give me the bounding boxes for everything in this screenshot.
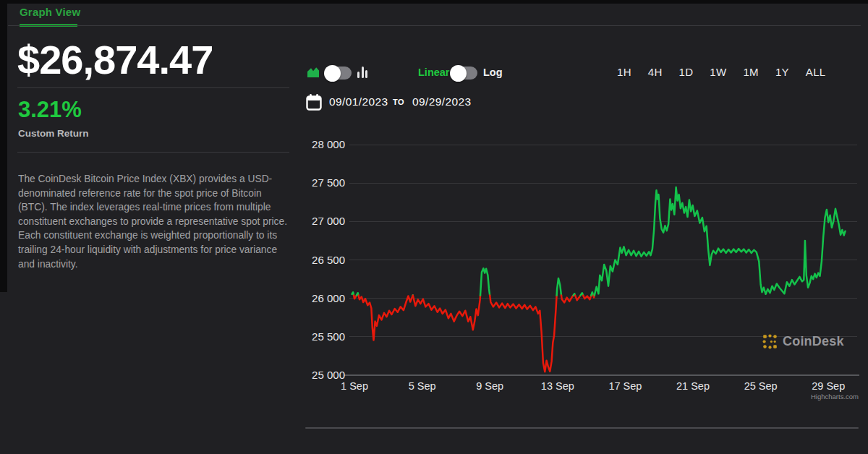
change-label: Custom Return — [18, 128, 89, 139]
date-range-separator: TO — [393, 98, 404, 106]
x-axis-label: 21 Sep — [676, 380, 710, 392]
tab-graph-view[interactable]: Graph View — [20, 6, 80, 19]
bar-chart-icon — [357, 66, 369, 79]
end-date-field[interactable]: 09/29/2023 — [412, 95, 472, 108]
scale-toggle[interactable] — [451, 67, 477, 80]
tabbar-divider — [8, 25, 861, 26]
price-chart[interactable]: 25 00025 50026 00026 50027 00027 50028 0… — [305, 134, 861, 412]
range-button-4h[interactable]: 4H — [648, 66, 663, 78]
x-axis-label: 9 Sep — [476, 380, 503, 392]
highcharts-credit[interactable]: Highcharts.com — [760, 393, 859, 401]
y-axis-label: 27 500 — [312, 176, 345, 189]
y-axis-label: 25 500 — [312, 330, 345, 343]
x-axis-label: 29 Sep — [812, 380, 845, 392]
coindesk-watermark: CoinDesk — [762, 333, 844, 350]
page-edge-left — [0, 0, 7, 292]
toggle-knob — [324, 65, 341, 82]
price-line-down-segment — [575, 296, 580, 301]
price-line-down-segment — [490, 296, 556, 372]
range-button-1m[interactable]: 1M — [743, 66, 758, 78]
range-button-1w[interactable]: 1W — [710, 66, 726, 78]
x-axis-label: 5 Sep — [409, 380, 436, 392]
price-line-down-segment — [413, 296, 480, 330]
y-axis-label: 25 000 — [312, 369, 345, 381]
price-chart-svg: 25 00025 50026 00026 50027 00027 50028 0… — [305, 134, 861, 412]
calendar-icon[interactable] — [306, 94, 322, 111]
price-line-down-segment — [561, 296, 574, 303]
y-axis-label: 26 500 — [312, 254, 345, 266]
page-edge-top — [0, 0, 868, 4]
price-line-down-segment — [359, 296, 413, 340]
price-line-up-segment — [480, 268, 490, 295]
price-line-up-segment — [557, 278, 561, 296]
coindesk-price-widget: Graph View $26,874.47 3.21% Custom Retur… — [0, 0, 868, 454]
area-chart-icon — [306, 65, 320, 80]
y-axis-label: 28 000 — [312, 138, 345, 150]
scale-log-label[interactable]: Log — [483, 67, 503, 78]
y-axis-label: 27 000 — [312, 215, 345, 227]
range-button-1h[interactable]: 1H — [617, 66, 631, 78]
chart-bottom-divider — [305, 427, 859, 429]
range-button-all[interactable]: ALL — [806, 66, 826, 78]
x-axis-label: 25 Sep — [744, 380, 778, 392]
change-percent: 3.21% — [18, 97, 82, 123]
x-axis-label: 1 Sep — [341, 380, 368, 392]
x-axis-label: 13 Sep — [541, 380, 574, 392]
current-price: $26,874.47 — [17, 36, 213, 83]
time-range-selector: 1H4H1D1W1M1YALL — [617, 66, 825, 78]
divider — [17, 152, 289, 153]
tab-graph-view-label: Graph View — [20, 6, 80, 18]
chart-type-toggle[interactable] — [326, 67, 352, 80]
toggle-knob — [450, 65, 467, 82]
range-button-1d[interactable]: 1D — [679, 66, 694, 78]
range-button-1y[interactable]: 1Y — [775, 66, 789, 78]
price-line-up-segment — [595, 187, 846, 296]
y-axis-label: 26 000 — [312, 292, 345, 304]
coindesk-logo-icon — [762, 333, 778, 350]
start-date-field[interactable]: 09/01/2023 — [329, 95, 388, 108]
divider — [17, 87, 289, 88]
coindesk-watermark-text: CoinDesk — [783, 334, 844, 349]
scale-linear-label[interactable]: Linear — [418, 67, 450, 78]
x-axis-label: 17 Sep — [608, 380, 642, 392]
price-line-down-segment — [583, 296, 591, 300]
index-description: The CoinDesk Bitcoin Price Index (XBX) p… — [18, 172, 292, 271]
